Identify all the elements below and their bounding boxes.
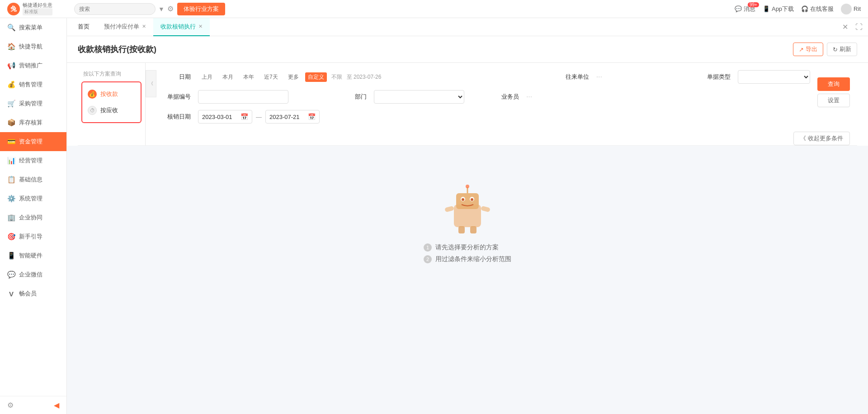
doc-type-select[interactable] (738, 70, 810, 84)
filter-receivable-label: 按应收 (100, 106, 118, 114)
home-icon: 🏠 (7, 43, 15, 51)
date-group: 上月 本月 本年 近7天 更多 自定义 不限 至 2023-07-26 (198, 72, 381, 82)
app-download-item[interactable]: 📱 App下载 (763, 5, 794, 13)
tab-expand-icon[interactable]: ⛶ (854, 23, 864, 31)
date-unlimited: 不限 (331, 73, 342, 81)
filter-sidebar-box: 💰 按收款 ⏱ 按应收 (81, 81, 142, 123)
sidebar-item-sales[interactable]: 💰 销售管理 (0, 75, 66, 94)
user-name: Rit (854, 5, 861, 12)
export-button[interactable]: ↗ 导出 (793, 43, 823, 56)
page-header-actions: ↗ 导出 ↻ 刷新 (793, 43, 857, 62)
main-layout: 🔍 搜索菜单 🏠 快捷导航 📢 营销推广 💰 销售管理 🛒 采购管理 📦 库存核… (0, 18, 868, 414)
verify-date-start-icon[interactable]: 📅 (241, 113, 248, 120)
sidebar-item-member[interactable]: V 畅会员 (0, 284, 66, 303)
empty-state: 1 请先选择要分析的方案 2 用过滤条件来缩小分析范围 (67, 146, 868, 300)
sidebar-item-search-menu[interactable]: 🔍 搜索菜单 (0, 18, 66, 37)
filter-collapse-btn[interactable]: 《 (146, 70, 156, 97)
date-btn-this-month[interactable]: 本月 (219, 72, 237, 82)
solution-button[interactable]: 体验行业方案 (177, 3, 225, 15)
tip-2-num: 2 (424, 255, 432, 263)
date-btn-last-month[interactable]: 上月 (198, 72, 216, 82)
sidebar-item-finance[interactable]: 💳 资金管理 (0, 132, 66, 151)
sidebar-item-enterprise[interactable]: 🏢 企业协同 (0, 208, 66, 227)
svg-point-5 (471, 198, 473, 201)
collapse-conditions-label: 收起更多条件 (808, 134, 843, 143)
date-range-separator: — (256, 114, 262, 120)
service-item[interactable]: 🎧 在线客服 (801, 5, 834, 13)
tab-receipt-writeoff-close[interactable]: ✕ (198, 24, 203, 29)
sidebar-label-finance: 资金管理 (19, 138, 42, 146)
sidebar-item-purchase[interactable]: 🛒 采购管理 (0, 94, 66, 113)
query-button[interactable]: 查询 (817, 77, 850, 91)
sidebar-item-basic-info[interactable]: 📋 基础信息 (0, 170, 66, 189)
settings-icon[interactable]: ⚙ (167, 5, 174, 13)
counterpart-dots[interactable]: ··· (596, 73, 602, 81)
verify-date-end-icon[interactable]: 📅 (308, 113, 316, 120)
collapse-chevron-icon: 《 (800, 134, 806, 143)
user-item[interactable]: Rit (841, 4, 861, 14)
top-bar-left: 兔 畅捷通好生意 标准版 ▼ ⚙ 体验行业方案 (7, 2, 735, 15)
refresh-button[interactable]: ↻ 刷新 (827, 43, 857, 56)
filter-row-3: 核销日期 2023-03-01 📅 — 2023-07-21 (167, 110, 810, 124)
operations-icon: 📊 (7, 157, 15, 165)
search-input[interactable] (74, 3, 156, 15)
dept-select[interactable] (374, 90, 464, 104)
verify-date-start[interactable]: 2023-03-01 📅 (198, 110, 252, 124)
sidebar-item-operations[interactable]: 📊 经营管理 (0, 151, 66, 170)
system-icon: ⚙️ (7, 195, 15, 203)
sidebar-item-guide[interactable]: 🎯 新手引导 (0, 227, 66, 246)
sidebar-settings-icon[interactable]: ⚙ (7, 401, 14, 409)
filter-option-by-receipt[interactable]: 💰 按收款 (82, 86, 141, 102)
filter-option-by-receivable[interactable]: ⏱ 按应收 (82, 102, 141, 119)
content-area: 首页 预付冲应付单 ✕ 收款核销执行 ✕ ✕ ⛶ 收款核销执行(按收款) (67, 18, 868, 414)
sidebar-item-smart-hw[interactable]: 📱 智能硬件 (0, 246, 66, 265)
settings-button[interactable]: 设置 (817, 94, 850, 107)
salesperson-dots[interactable]: ··· (526, 93, 532, 101)
export-label: 导出 (806, 45, 817, 53)
tab-home[interactable]: 首页 (71, 18, 97, 36)
tab-receipt-writeoff[interactable]: 收款核销执行 ✕ (153, 18, 210, 36)
date-btn-more[interactable]: 更多 (284, 72, 302, 82)
user-avatar (841, 4, 852, 14)
tab-prepay[interactable]: 预付冲应付单 ✕ (97, 18, 153, 36)
sidebar-collapse-icon[interactable]: ◀ (54, 401, 59, 409)
tip-1-num: 1 (424, 243, 432, 252)
sidebar-item-system[interactable]: ⚙️ 系统管理 (0, 189, 66, 208)
salesperson-label: 业务员 (495, 93, 519, 101)
filter-rows-wrapper: 日期 上月 本月 本年 近7天 更多 自定义 不限 (156, 63, 857, 145)
date-btn-custom[interactable]: 自定义 (305, 72, 327, 82)
message-item[interactable]: 💬 消息 99+ (735, 5, 755, 13)
dropdown-icon[interactable]: ▼ (158, 5, 165, 13)
sidebar-label-wechat: 企业微信 (19, 271, 42, 279)
sidebar-label-smart-hw: 智能硬件 (19, 252, 42, 260)
doc-no-input[interactable] (198, 90, 288, 104)
sidebar-label-search-menu: 搜索菜单 (19, 24, 42, 32)
verify-date-end-value: 2023-07-21 (269, 114, 300, 120)
filter-area: 按以下方案查询 💰 按收款 ⏱ 按应收 (67, 63, 868, 146)
date-btn-this-year[interactable]: 本年 (240, 72, 258, 82)
smart-hw-icon: 📱 (7, 252, 15, 260)
collapse-conditions-button[interactable]: 《 收起更多条件 (793, 132, 850, 145)
sidebar-item-wechat[interactable]: 💬 企业微信 (0, 265, 66, 284)
sidebar-item-inventory[interactable]: 📦 库存核算 (0, 113, 66, 132)
verify-date-end[interactable]: 2023-07-21 📅 (265, 110, 320, 124)
service-label: 在线客服 (810, 5, 834, 13)
purchase-icon: 🛒 (7, 100, 15, 108)
tab-home-label: 首页 (78, 23, 90, 31)
tip-1-text: 请先选择要分析的方案 (435, 243, 499, 252)
svg-rect-8 (458, 226, 465, 233)
tab-close-all-icon[interactable]: ✕ (839, 23, 852, 31)
filter-receipt-label: 按收款 (100, 90, 118, 98)
message-icon: 💬 (735, 5, 742, 12)
tab-receipt-writeoff-label: 收款核销执行 (160, 23, 196, 31)
finance-icon: 💳 (7, 138, 15, 146)
sidebar: 🔍 搜索菜单 🏠 快捷导航 📢 营销推广 💰 销售管理 🛒 采购管理 📦 库存核… (0, 18, 67, 414)
tab-prepay-close[interactable]: ✕ (142, 24, 146, 29)
dept-label: 部门 (343, 93, 367, 101)
sidebar-item-marketing[interactable]: 📢 营销推广 (0, 56, 66, 75)
date-btn-7days[interactable]: 近7天 (260, 72, 282, 82)
sidebar-item-quick-nav[interactable]: 🏠 快捷导航 (0, 37, 66, 56)
sidebar-label-system: 系统管理 (19, 195, 42, 203)
page-header: 收款核销执行(按收款) ↗ 导出 ↻ 刷新 (67, 36, 868, 63)
verify-date-start-value: 2023-03-01 (202, 114, 232, 120)
